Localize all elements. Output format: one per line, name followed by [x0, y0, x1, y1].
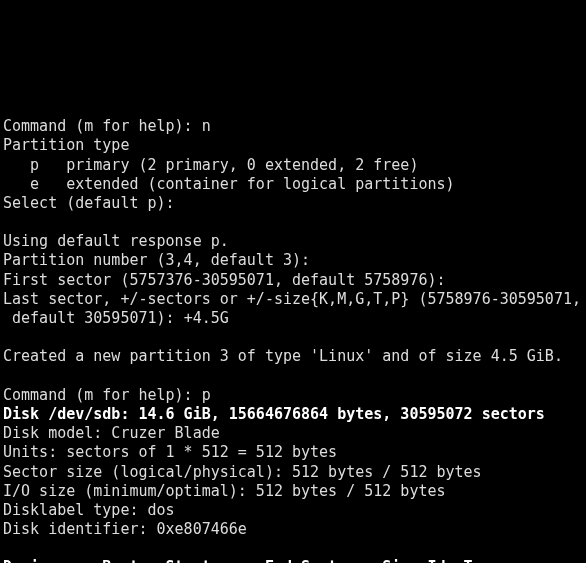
last-sector-line-1: Last sector, +/-sectors or +/-size{K,M,G…: [3, 290, 581, 308]
cmd2-input: p: [202, 386, 211, 404]
default-response-line: Using default response p.: [3, 232, 229, 250]
io-size-line: I/O size (minimum/optimal): 512 bytes / …: [3, 482, 446, 500]
select-prompt: Select (default p):: [3, 194, 184, 212]
partition-type-header: Partition type: [3, 136, 129, 154]
cmd1-input: n: [202, 117, 211, 135]
created-partition-line: Created a new partition 3 of type 'Linux…: [3, 347, 563, 365]
diskid-line: Disk identifier: 0xe807466e: [3, 520, 247, 538]
terminal-output[interactable]: Command (m for help): n Partition type p…: [0, 96, 586, 563]
first-sector-line: First sector (5757376-30595071, default …: [3, 271, 455, 289]
partition-table-header: Device Boot Start End Sectors Size Id Ty…: [3, 558, 500, 563]
disk-model-line: Disk model: Cruzer Blade: [3, 424, 220, 442]
ptype-extended-line: e extended (container for logical partit…: [3, 175, 455, 193]
last-sector-line-2-prefix: default 30595071):: [3, 309, 184, 327]
units-line: Units: sectors of 1 * 512 = 512 bytes: [3, 443, 337, 461]
partition-number-prompt: Partition number (3,4, default 3):: [3, 251, 319, 269]
sector-size-line: Sector size (logical/physical): 512 byte…: [3, 463, 482, 481]
last-sector-input: +4.5G: [184, 309, 229, 327]
cmd-prompt-2: Command (m for help):: [3, 386, 202, 404]
disk-summary-bold: Disk /dev/sdb: 14.6 GiB, 15664676864 byt…: [3, 405, 545, 423]
ptype-primary-line: p primary (2 primary, 0 extended, 2 free…: [3, 156, 418, 174]
cmd-prompt-1: Command (m for help):: [3, 117, 202, 135]
disklabel-line: Disklabel type: dos: [3, 501, 175, 519]
